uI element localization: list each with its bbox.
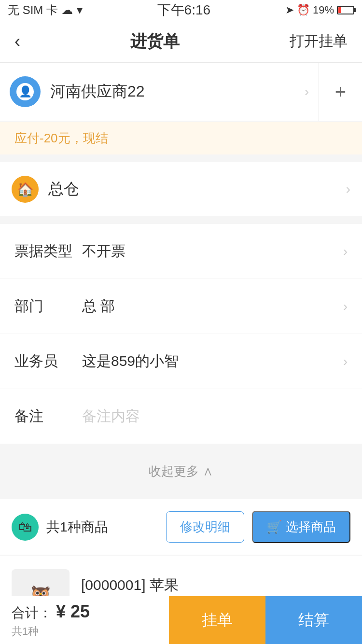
remark-row[interactable]: 备注 备注内容 [0,389,362,444]
supplier-name: 河南供应商22 [50,81,305,102]
supplier-selector[interactable]: 👤 河南供应商22 › [0,63,319,121]
supplier-section: 👤 河南供应商22 › + [0,63,362,121]
form-section: 票据类型 不开票 › 部门 总 部 › 业务员 这是859的小智 › 备注 备注… [0,224,362,444]
add-supplier-button[interactable]: + [319,63,362,121]
nav-bar: ‹ 进货单 打开挂单 [0,20,362,63]
chevron-right-icon: › [343,299,348,314]
status-right: ➤ ⏰ 19% [285,4,354,16]
total-label: 合计： [12,604,52,622]
status-time: 下午6:16 [157,1,211,19]
invoice-type-value: 不开票 [82,241,343,261]
status-left: 无 SIM 卡 ☁ ▾ [8,2,83,18]
remark-label: 备注 [14,406,82,426]
battery-icon [337,6,354,14]
footer-total: 合计： ¥ 25 共1种 [0,596,169,644]
department-row[interactable]: 部门 总 部 › [0,279,362,334]
product-header: 🛍 共1种商品 修改明细 🛒 选择商品 [0,499,362,555]
supplier-warning-bar: 应付-20元，现结 [0,122,362,154]
salesperson-value: 这是859的小智 [82,351,343,371]
collapse-bar[interactable]: 收起更多 ∧ [0,451,362,491]
wifi-icon: ▾ [77,3,83,17]
chevron-right-icon: › [343,244,348,259]
sim-status: 无 SIM 卡 ☁ [8,2,73,18]
warehouse-icon: 🏠 [12,176,39,203]
department-value: 总 部 [82,296,343,316]
warehouse-name: 总仓 [48,179,346,200]
total-row: 合计： ¥ 25 [12,602,157,622]
department-label: 部门 [14,296,82,316]
battery-percent: 19% [313,4,334,16]
hang-button[interactable]: 挂单 [169,596,265,644]
product-code: [0000001] [81,577,145,593]
remark-input[interactable]: 备注内容 [82,406,348,426]
page-title: 进货单 [130,30,180,53]
chevron-right-icon: › [343,354,348,369]
chevron-right-icon: › [346,182,350,197]
back-button[interactable]: ‹ [14,31,20,52]
open-hang-button[interactable]: 打开挂单 [290,31,348,51]
select-product-button[interactable]: 🛒 选择商品 [252,511,350,543]
checkout-button[interactable]: 结算 [265,596,362,644]
footer: 合计： ¥ 25 共1种 挂单 结算 [0,596,362,644]
person-icon: 👤 [16,83,34,100]
product-count-icon: 🛍 [12,514,39,541]
invoice-type-row[interactable]: 票据类型 不开票 › [0,224,362,279]
invoice-type-label: 票据类型 [14,241,82,261]
supplier-avatar: 👤 [10,76,41,107]
salesperson-row[interactable]: 业务员 这是859的小智 › [0,334,362,389]
select-product-label: 选择商品 [286,518,336,535]
total-count: 共1种 [12,624,157,639]
total-amount: ¥ 25 [56,602,90,622]
product-name: [0000001] 苹果 [81,575,316,595]
cart-icon: 🛒 [266,519,282,534]
product-count-text: 共1种商品 [46,518,158,536]
status-bar: 无 SIM 卡 ☁ ▾ 下午6:16 ➤ ⏰ 19% [0,0,362,20]
product-display-name: 苹果 [150,577,179,593]
chevron-right-icon: › [305,84,309,99]
edit-detail-button[interactable]: 修改明细 [166,511,244,543]
location-icon: ➤ [285,4,294,16]
warehouse-selector[interactable]: 🏠 总仓 › [0,162,362,216]
alarm-icon: ⏰ [297,4,310,16]
salesperson-label: 业务员 [14,351,82,371]
